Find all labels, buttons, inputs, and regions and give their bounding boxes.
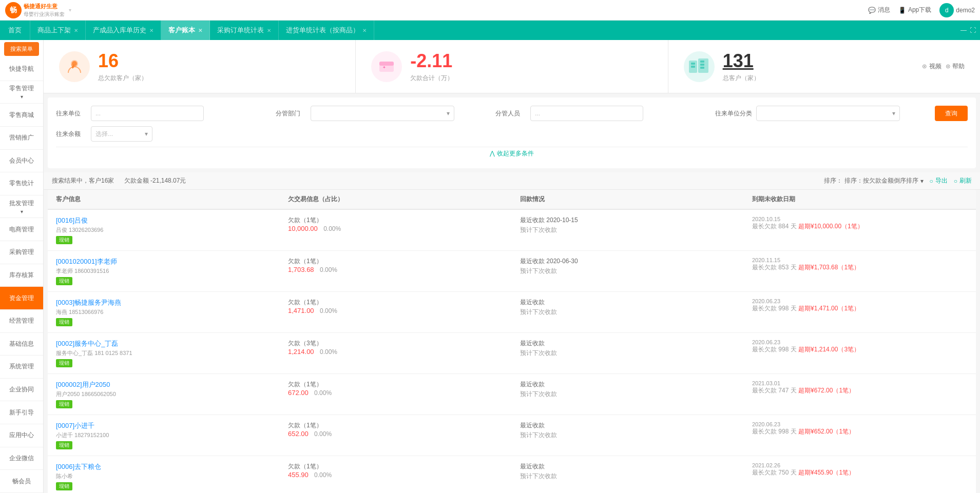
maximize-icon[interactable]: ⛶ bbox=[970, 27, 976, 34]
sidebar-item-retail-stats[interactable]: 零售统计 bbox=[0, 172, 43, 195]
close-icon[interactable]: ✕ bbox=[198, 28, 202, 33]
close-icon[interactable]: ✕ bbox=[149, 28, 153, 33]
source-input[interactable]: ... bbox=[91, 106, 204, 121]
sidebar-item-wechat[interactable]: 企业微信 bbox=[0, 447, 43, 470]
wholesale-mgmt-label: 批发管理 bbox=[9, 199, 34, 208]
svg-rect-9 bbox=[691, 66, 695, 68]
tab-customer-account[interactable]: 客户账本 ✕ bbox=[161, 21, 210, 40]
svg-rect-12 bbox=[700, 67, 704, 69]
debt-amount: 1,214.00 bbox=[288, 348, 314, 356]
sidebar-item-quick-nav[interactable]: 快捷导航 bbox=[0, 58, 43, 81]
customer-name-link[interactable]: [000002]用户2050 bbox=[56, 380, 272, 389]
debt-customers-label: 总欠款客户（家） bbox=[98, 74, 147, 83]
arrow-icon: ▾ bbox=[21, 209, 23, 214]
customer-tag: 现销 bbox=[56, 359, 72, 367]
sidebar-item-retail-mgmt[interactable]: 零售管理 ▾ bbox=[0, 81, 43, 104]
overdue-amount[interactable]: 超期¥672.00（1笔） bbox=[798, 387, 855, 394]
avatar: d bbox=[939, 3, 954, 17]
app-download-btn[interactable]: 📱 App下载 bbox=[898, 6, 931, 14]
marketing-label: 营销推广 bbox=[9, 133, 34, 142]
purchase-label: 采购管理 bbox=[9, 248, 34, 257]
overdue-amount[interactable]: 超期¥10,000.00（1笔） bbox=[798, 223, 863, 230]
tab-purchase-order[interactable]: 采购订单统计表 ✕ bbox=[210, 21, 279, 40]
collapse-bar[interactable]: ⋀ 收起更多条件 bbox=[56, 147, 968, 160]
sidebar-item-retail-mall[interactable]: 零售商城 bbox=[0, 104, 43, 127]
help-btn[interactable]: ⊙ 帮助 bbox=[946, 62, 965, 71]
customer-name-link[interactable]: [0003]畅捷服务尹海燕 bbox=[56, 298, 272, 307]
customer-info: [0007]小进千 小进千 18279152100 现销 bbox=[48, 415, 280, 456]
nav-tabs: 首页 商品上下架 ✕ 产成品入库单历史 ✕ 客户账本 ✕ 采购订单统计表 ✕ 进… bbox=[0, 21, 980, 40]
customer-name-link[interactable]: [0006]去下粮仓 bbox=[56, 462, 272, 471]
overdue-amount[interactable]: 超期¥1,214.00（3笔） bbox=[798, 346, 860, 353]
user-avatar[interactable]: d demo2 bbox=[939, 3, 975, 17]
vip-label: 畅会员 bbox=[12, 477, 31, 486]
dropdown-arrow[interactable]: ▾ bbox=[69, 7, 71, 13]
member-center-label: 会员中心 bbox=[9, 156, 34, 165]
sidebar-item-finance[interactable]: 资金管理 bbox=[0, 287, 43, 310]
col-header-debt: 欠交易信息（占比） bbox=[280, 190, 512, 209]
category-select[interactable]: ▾ bbox=[756, 106, 900, 121]
sidebar-item-ecommerce[interactable]: 电商管理 bbox=[0, 218, 43, 241]
sidebar-item-wholesale-mgmt[interactable]: 批发管理 ▾ bbox=[0, 195, 43, 219]
sidebar-item-operations[interactable]: 经营管理 bbox=[0, 310, 43, 333]
customer-name-link[interactable]: [0001020001]李老师 bbox=[56, 257, 272, 266]
refresh-btn[interactable]: ○ 刷新 bbox=[954, 176, 972, 185]
tab-home[interactable]: 首页 bbox=[0, 21, 30, 40]
overdue-amount[interactable]: 超期¥1,471.00（1笔） bbox=[798, 305, 860, 312]
minimize-icon[interactable]: — bbox=[960, 27, 967, 34]
due-date: 2021.02.26 bbox=[752, 462, 968, 468]
sidebar-item-newbie[interactable]: 新手引导 bbox=[0, 401, 43, 424]
debt-info: 欠款（1笔） 455.90 0.00% bbox=[280, 456, 512, 493]
tab-purchase-stats[interactable]: 进货单统计表（按商品） ✕ bbox=[279, 21, 374, 40]
filter-group-balance: 往来余额 选择... ▾ bbox=[56, 126, 968, 142]
filter-group-person: 分管人员 ... bbox=[495, 106, 707, 121]
customer-name-link[interactable]: [0002]服务中心_丁磊 bbox=[56, 339, 272, 348]
customer-phone: 陈小希 bbox=[56, 472, 272, 480]
overdue-amount[interactable]: 超期¥652.00（1笔） bbox=[798, 428, 855, 435]
sidebar-item-base-info[interactable]: 基础信息 bbox=[0, 333, 43, 356]
sidebar-item-inventory[interactable]: 库存核算 bbox=[0, 264, 43, 287]
wechat-label: 企业微信 bbox=[9, 454, 34, 463]
balance-select[interactable]: 选择... ▾ bbox=[91, 126, 152, 142]
sidebar-item-enterprise[interactable]: 企业协同 bbox=[0, 379, 43, 402]
next-collect: 预计下次收款 bbox=[520, 431, 736, 440]
due-date-info: 2020.06.23 最长欠款 998 天 超期¥1,214.00（3笔） bbox=[744, 333, 976, 373]
close-icon[interactable]: ✕ bbox=[362, 28, 367, 33]
next-collect: 预计下次收款 bbox=[520, 267, 736, 275]
app-icon: 📱 bbox=[898, 7, 906, 14]
overdue-amount[interactable]: 超期¥1,703.68（1笔） bbox=[798, 264, 860, 271]
tab-purchase-order-label: 采购订单统计表 bbox=[217, 26, 264, 35]
tab-product-history[interactable]: 产成品入库单历史 ✕ bbox=[86, 21, 161, 40]
sort-selector[interactable]: 排序： 排序：按欠款金额倒序排序 ▾ bbox=[824, 176, 924, 185]
tab-product-listing[interactable]: 商品上下架 ✕ bbox=[30, 21, 86, 40]
search-menu-btn[interactable]: 搜索菜单 bbox=[4, 42, 39, 56]
search-button[interactable]: 查询 bbox=[935, 106, 968, 121]
table-row: [0001020001]李老师 李老师 18600391516 现销 欠款（1笔… bbox=[48, 251, 976, 292]
message-btn[interactable]: 💬 消息 bbox=[868, 6, 890, 14]
export-btn[interactable]: ○ 导出 bbox=[930, 176, 948, 185]
chevron-down-icon: ▾ bbox=[145, 130, 148, 137]
filter-row-1: 往来单位 ... 分管部门 ▾ 分管人员 bbox=[56, 106, 968, 121]
dept-select[interactable]: ▾ bbox=[311, 106, 454, 121]
close-icon[interactable]: ✕ bbox=[74, 28, 78, 33]
sidebar-item-system[interactable]: 系统管理 bbox=[0, 356, 43, 379]
customer-tag: 现销 bbox=[56, 318, 72, 326]
overdue-days: 最长欠款 853 天 bbox=[752, 264, 797, 271]
overdue-amount[interactable]: 超期¥455.90（1笔） bbox=[798, 469, 855, 476]
dept-label: 分管部门 bbox=[276, 109, 306, 118]
debt-info: 欠款（1笔） 652.00 0.00% bbox=[280, 415, 512, 456]
filter-area: 往来单位 ... 分管部门 ▾ 分管人员 bbox=[48, 97, 976, 168]
sidebar-item-vip[interactable]: 畅会员 bbox=[0, 470, 43, 493]
view-btn[interactable]: ⊙ 视频 bbox=[922, 62, 941, 71]
customer-name-link[interactable]: [0016]吕俊 bbox=[56, 216, 272, 225]
sidebar-item-app-center[interactable]: 应用中心 bbox=[0, 424, 43, 447]
sidebar-item-marketing[interactable]: 营销推广 bbox=[0, 127, 43, 150]
sidebar-item-member-center[interactable]: 会员中心 bbox=[0, 150, 43, 173]
person-input[interactable]: ... bbox=[530, 106, 643, 121]
filter-group-category: 往来单位分类 ▾ bbox=[715, 106, 927, 121]
close-icon[interactable]: ✕ bbox=[267, 28, 271, 33]
sidebar-item-purchase[interactable]: 采购管理 bbox=[0, 241, 43, 264]
customer-name-link[interactable]: [0007]小进千 bbox=[56, 421, 272, 430]
table-row: [000002]用户2050 用户2050 18665062050 现销 欠款（… bbox=[48, 374, 976, 415]
repayment-info: 最近收款 预计下次收款 bbox=[512, 456, 744, 493]
